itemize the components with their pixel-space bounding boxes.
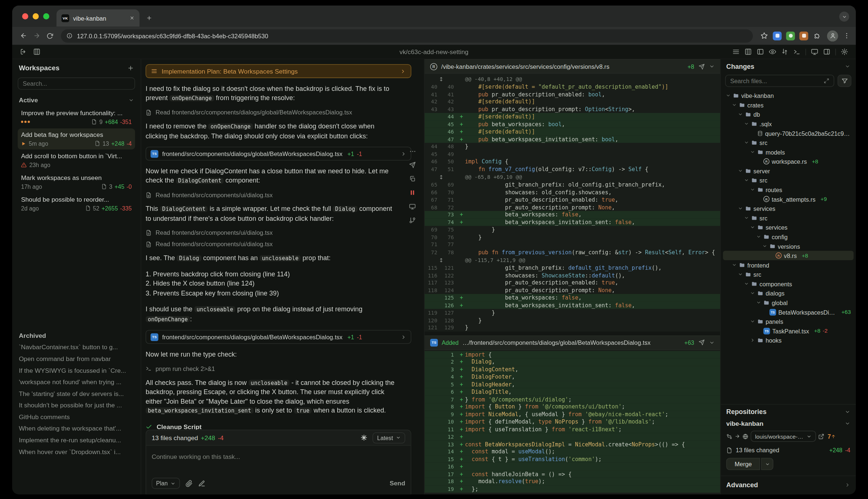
more-options-button[interactable]: [408, 147, 417, 156]
maximize-window-button[interactable]: [43, 13, 49, 20]
file-search-input[interactable]: [730, 78, 820, 84]
expand-search-icon[interactable]: [824, 78, 829, 84]
archived-workspace-item[interactable]: If the WYSIWYG is focussed in `Cre...: [18, 365, 135, 376]
edit-pen-button[interactable]: [198, 480, 206, 487]
archived-section-header[interactable]: Archived: [18, 328, 135, 341]
tree-folder-row[interactable]: components: [723, 279, 854, 289]
copy-button[interactable]: [408, 174, 417, 183]
workspace-item[interactable]: Improve the preview functionality: ...9+…: [18, 107, 135, 128]
workspace-item[interactable]: Mark workspaces as unseen17h ago3+45-0: [18, 171, 135, 192]
merge-button[interactable]: Merge: [726, 458, 760, 470]
tree-folder-row[interactable]: src: [723, 270, 854, 279]
collapse-sidebar-button[interactable]: [20, 48, 27, 56]
files-changed-bar[interactable]: 13 files changed +248 -4 Latest: [146, 430, 411, 446]
tool-call-row[interactable]: Read frontend/src/components/ui/dialog.t…: [146, 192, 411, 198]
swap-panes-button[interactable]: [781, 48, 789, 56]
address-bar[interactable]: 127.0.0.1:57095/workspaces/c63c9fd6-dfb8…: [61, 29, 753, 42]
terminal-toggle-button[interactable]: [793, 48, 801, 56]
diff-file-header[interactable]: R/vibe-kanban/crates/services/src/servic…: [425, 59, 720, 74]
attach-paperclip-button[interactable]: [185, 480, 193, 487]
forward-button[interactable]: [30, 29, 43, 42]
git-branch-button[interactable]: [408, 216, 417, 225]
back-button[interactable]: [17, 29, 30, 42]
tree-file-row[interactable]: query-70b21c5c0a2ba5c21c9c1132f14a68…: [723, 128, 854, 138]
tree-folder-row[interactable]: global: [723, 298, 854, 307]
advanced-section-header[interactable]: Advanced: [721, 475, 856, 490]
latest-dropdown[interactable]: Latest: [373, 432, 405, 443]
tree-file-row[interactable]: Rv8.rs+8: [723, 251, 854, 261]
tree-file-row[interactable]: Rworkspace.rs+8: [723, 157, 854, 166]
tree-folder-row[interactable]: server: [723, 166, 854, 176]
archived-workspace-item[interactable]: Implement the re-run setup/cleanu...: [18, 435, 135, 446]
close-window-button[interactable]: [22, 13, 28, 20]
mode-dropdown[interactable]: Plan: [152, 478, 180, 489]
monitor-button[interactable]: [408, 202, 417, 211]
repositories-header[interactable]: Repositories: [721, 405, 856, 419]
tree-folder-row[interactable]: src: [723, 138, 854, 148]
tree-folder-row[interactable]: crates: [723, 100, 854, 110]
tool-call-row[interactable]: Read frontend/src/components/dialogs/glo…: [146, 109, 411, 116]
active-section-header[interactable]: Active: [18, 93, 135, 106]
tree-folder-row[interactable]: src: [723, 213, 854, 223]
cleanup-script-status[interactable]: Cleanup ScriptCompleted successfully: [146, 423, 411, 429]
branch-select[interactable]: louis/workspace-onboarding: [751, 431, 816, 442]
archived-workspace-item[interactable]: When hover over `Dropdown.tsx` i...: [18, 446, 135, 458]
pause-button[interactable]: [408, 188, 417, 197]
tree-folder-row[interactable]: routes: [723, 185, 854, 194]
tree-file-row[interactable]: TSTaskPanel.tsx+8-2: [723, 326, 854, 336]
extensions-puzzle-button[interactable]: [811, 29, 824, 42]
filter-button[interactable]: [837, 75, 851, 87]
archived-workspace-item[interactable]: The 'starting' state of dev servers is..…: [18, 388, 135, 400]
extension-icon-blue[interactable]: [773, 31, 782, 40]
tree-folder-row[interactable]: vibe-kanban: [723, 91, 854, 100]
add-workspace-button[interactable]: [127, 65, 134, 71]
tree-folder-row[interactable]: dialogs: [723, 289, 854, 298]
settings-gear-button[interactable]: [841, 48, 848, 56]
profile-avatar[interactable]: [827, 30, 838, 41]
tree-file-row[interactable]: TSBetaWorkspacesDialog.tsx+63: [723, 307, 854, 317]
archived-workspace-item[interactable]: 'workspace not found' when trying ...: [18, 376, 135, 388]
sparkle-icon[interactable]: [361, 434, 368, 441]
workspace-item[interactable]: Add beta flag for workspaces5m ago13+248…: [18, 128, 135, 149]
diff-file-header[interactable]: TSAdded…/frontend/src/components/dialogs…: [425, 335, 720, 350]
tree-folder-row[interactable]: db: [723, 110, 854, 119]
view-rows-button[interactable]: [732, 48, 740, 56]
preview-eye-button[interactable]: [769, 48, 776, 56]
tool-call-row[interactable]: pnpm run check 2>&1: [146, 365, 411, 372]
tree-folder-row[interactable]: frontend: [723, 260, 854, 270]
workspace-item[interactable]: Add scroll to bottom button in `Virt...2…: [18, 150, 135, 171]
tree-folder-row[interactable]: services: [723, 223, 854, 232]
expand-hunk-button[interactable]: [425, 76, 458, 82]
send-to-editor-button[interactable]: [408, 160, 417, 169]
tree-folder-row[interactable]: hooks: [723, 336, 854, 345]
message-input[interactable]: [152, 453, 405, 460]
tab-list-chevron-button[interactable]: [839, 12, 849, 22]
tree-folder-row[interactable]: services: [723, 204, 854, 213]
archived-workspace-item[interactable]: It shouldn't be possible for just the ..…: [18, 400, 135, 411]
view-board-button[interactable]: [744, 48, 752, 56]
tree-folder-row[interactable]: src: [723, 176, 854, 185]
archived-workspace-item[interactable]: `NavbarContainer.tsx` button to g...: [18, 341, 135, 353]
site-info-icon[interactable]: [67, 33, 73, 39]
archived-workspace-item[interactable]: When deleting the workspace that'...: [18, 423, 135, 435]
tree-folder-row[interactable]: models: [723, 147, 854, 157]
archived-workspace-item[interactable]: GitHub comments: [18, 411, 135, 423]
minimize-window-button[interactable]: [33, 13, 39, 20]
panel-right-toggle-button[interactable]: [823, 48, 830, 56]
kanban-board-button[interactable]: [33, 48, 40, 56]
tree-file-row[interactable]: Rtask_attempts.rs+9: [723, 194, 854, 204]
repository-row[interactable]: vibe-kanban: [721, 419, 856, 429]
merge-options-button[interactable]: [761, 458, 773, 470]
tool-call-row[interactable]: Read frontend/src/components/ui/dialog.t…: [146, 241, 411, 247]
tree-folder-row[interactable]: .sqlx: [723, 119, 854, 128]
tab-close-icon[interactable]: [130, 15, 135, 21]
extension-icon-green[interactable]: [786, 31, 795, 40]
extension-icon-orange[interactable]: [799, 31, 808, 40]
new-tab-button[interactable]: [142, 11, 156, 25]
tool-call-row[interactable]: Read frontend/src/components/ui/dialog.t…: [146, 229, 411, 236]
implementation-plan-card[interactable]: Implementation Plan: Beta Workspaces Set…: [146, 64, 411, 78]
monitor-preview-button[interactable]: [811, 48, 818, 56]
browser-tab[interactable]: VK vibe-kanban: [56, 10, 139, 27]
archived-workspace-item[interactable]: Open command bar from navbar: [18, 353, 135, 365]
changes-header[interactable]: Changes: [721, 59, 856, 74]
